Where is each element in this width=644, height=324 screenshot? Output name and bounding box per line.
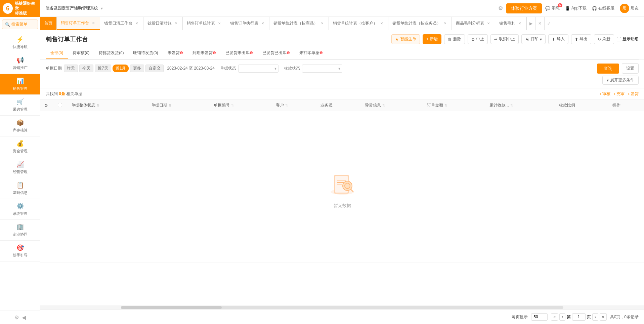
filter-tab-wangpu-pending[interactable]: 旺铺待发货(0) [128,47,163,59]
filter-tab-shipped-out[interactable]: 已发货已出库❶ [258,47,295,59]
select-all-checkbox[interactable] [58,103,62,107]
filter-tab-pending-inspect[interactable]: 待拣货发货(0) [94,47,128,59]
th-config[interactable]: ⚙ [40,100,54,111]
message-button[interactable]: 💬 消息 6 [545,5,560,11]
page-next-button[interactable]: › [592,313,598,321]
tab-close-sales-single-product[interactable]: ✕ [320,21,325,26]
sort-collected-icon[interactable]: ⇅ [510,104,513,107]
filter-tab-not-shipped[interactable]: 未发货❶ [163,47,188,59]
sidebar-item-enterprise[interactable]: 🏢 企业协同 [0,220,40,241]
collapse-icon[interactable]: ◀ [22,314,26,321]
delete-button[interactable]: 🗑 删除 [444,34,465,44]
expand-conditions-button[interactable]: ▾ 展开更多条件 [602,76,639,85]
sort-customer-icon[interactable]: ⇅ [285,104,288,107]
page-last-button[interactable]: » [600,313,607,321]
tab-sales-single-customer[interactable]: 销货单统计表（按客户） ✕ [329,17,388,30]
app-download-button[interactable]: 📱 App下载 [565,5,587,11]
table-scroll[interactable]: ⚙ 单据整体状态 ⇅ 单据日期 ⇅ [40,100,644,306]
th-customer: 客户 ⇅ [272,100,316,111]
tab-sales-single-staff[interactable]: 销货单统计表（按业务员） ✕ [388,17,452,30]
settings-icon[interactable]: ⚙ [14,314,19,321]
tab-close-sales-single-staff[interactable]: ✕ [443,21,447,26]
filter-tab-shipped-not-out[interactable]: 已发货未出库❶ [221,47,258,59]
tab-close-sales-profit[interactable]: ✕ [517,21,522,26]
filter-tab-pending-review[interactable]: 待审核(0) [68,47,94,59]
tab-close-cash-clear[interactable]: ✕ [134,21,139,26]
scrollbar-track[interactable] [121,306,563,309]
sort-abnormal-icon[interactable]: ⇅ [382,104,385,107]
stop-button[interactable]: ⊘ 中止 [468,34,488,44]
smart-create-button[interactable]: ★ 智能生单 [391,34,420,44]
sidebar-item-guide[interactable]: 🎯 新手引导 [0,241,40,261]
query-button[interactable]: 查询 [597,64,619,74]
sidebar-item-finance[interactable]: 💰 资金管理 [0,136,40,157]
filter-tab-overdue-unshipped[interactable]: 到期未发货❶ [188,47,221,59]
sort-amount-icon[interactable]: ⇅ [444,104,447,107]
page-first-button[interactable]: « [551,313,558,321]
tab-close-sales-single-customer[interactable]: ✕ [379,21,384,26]
sidebar-item-marketing[interactable]: 📢 营销推广 [0,53,40,74]
page-size-select[interactable]: 10 20 50 100 [531,313,548,321]
payment-select[interactable] [302,65,342,73]
date-btn-yesterday[interactable]: 昨天 [64,65,78,72]
date-buttons: 昨天 今天 近7天 近1月 更多 自定义 [64,65,164,72]
date-btn-today[interactable]: 今天 [79,65,93,72]
demo-button[interactable]: 体验行业方案 [506,3,542,13]
tab-close-sales-stat[interactable]: ✕ [217,21,222,26]
settings-button[interactable]: 设置 [622,63,639,74]
tab-close-all[interactable]: ✕ [535,17,544,30]
tab-home[interactable]: 首页 [40,17,57,30]
topbar-gear-icon[interactable]: ⚙ [498,5,503,11]
tab-close-sales-order[interactable]: ✕ [91,21,96,25]
cancel-stop-button[interactable]: ↩ 取消中止 [490,34,519,44]
export-button[interactable]: ⬆ 导出 [571,34,591,44]
tab-sales-single-product[interactable]: 销货单统计表（按商品） ✕ [269,17,329,30]
filter-tab-all[interactable]: 全部(0) [46,47,68,59]
status-select[interactable] [238,65,278,73]
sort-date-icon[interactable]: ⇅ [169,104,171,107]
sidebar-item-quick-nav[interactable]: ⚡ 快捷导航 [0,32,40,53]
sidebar-item-system[interactable]: ⚙️ 系统管理 [0,199,40,220]
scrollbar-thumb[interactable] [121,306,222,309]
tab-close-product-margin[interactable]: ✕ [486,21,491,26]
tab-sales-profit[interactable]: 销售毛利 ✕ [495,17,526,30]
sort-status-icon[interactable]: ⇅ [97,104,99,107]
tab-cash-reconcile[interactable]: 钱货日清对账 ✕ [143,17,183,30]
system-dropdown-icon[interactable]: ▾ [101,6,103,11]
tab-sales-exec[interactable]: 销售订单执行表 ✕ [226,17,269,30]
date-btn-custom[interactable]: 自定义 [145,65,164,72]
import-button[interactable]: ⬇ 导入 [548,34,568,44]
print-button[interactable]: 🖨 打印 ▾ [521,34,546,44]
date-btn-more[interactable]: 更多 [130,65,144,72]
tab-sales-stat[interactable]: 销售订单统计表 ✕ [183,17,226,30]
user-menu[interactable]: 用 用友 [620,4,639,13]
sidebar-item-purchase[interactable]: 🛒 采购管理 [0,95,40,116]
sidebar-item-inventory[interactable]: 📦 库存核算 [0,116,40,136]
tab-maximize[interactable]: ⤢ [544,17,553,30]
tab-product-margin[interactable]: 商品毛利分析表 ✕ [452,17,495,30]
tab-cash-clear[interactable]: 钱货日清工作台 ✕ [100,17,143,30]
search-menu-button[interactable]: 🔍 搜索菜单 [2,19,38,29]
page-prev-button[interactable]: ‹ [559,313,565,321]
sidebar-item-basic-info[interactable]: 📋 基础信息 [0,178,40,199]
add-button[interactable]: + 新增 [423,34,441,44]
ship-button[interactable]: 发货 [628,91,639,97]
date-btn-7days[interactable]: 近7天 [95,65,111,72]
page-input[interactable] [572,313,586,321]
tab-close-cash-reconcile[interactable]: ✕ [174,21,178,26]
sidebar-item-operation[interactable]: 📈 经营管理 [0,157,40,178]
tab-close-sales-exec[interactable]: ✕ [260,21,265,26]
review-button[interactable]: 审核 [600,91,610,97]
unreview-button[interactable]: 充审 [614,91,625,97]
sort-number-icon[interactable]: ⇅ [231,104,234,107]
online-service-button[interactable]: 🎧 在线客服 [592,5,614,11]
show-detail-label[interactable]: 显示明细 [617,36,639,42]
tab-sales-order[interactable]: 销售订单工作台 ✕ [57,17,100,30]
tab-scroll-right[interactable]: ▶ [526,17,535,30]
show-detail-checkbox[interactable] [617,37,621,41]
sidebar-item-sales[interactable]: 📊 销售管理 [0,74,40,95]
filter-tab-unprinted[interactable]: 未打印单据❶ [295,47,328,59]
refresh-button[interactable]: ↻ 刷新 [594,34,614,44]
scrollbar-area[interactable] [40,306,644,310]
date-btn-1month[interactable]: 近1月 [113,65,129,72]
